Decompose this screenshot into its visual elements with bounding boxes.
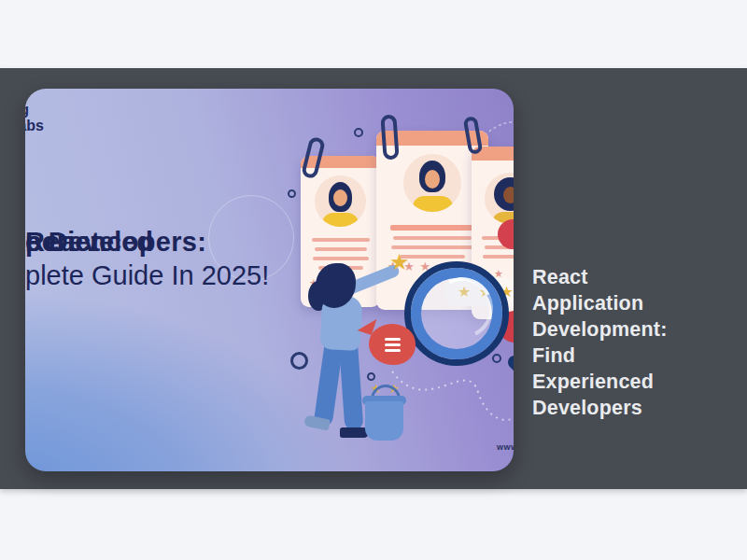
brand-logo-fragment: g labs [25,102,29,133]
candidate-avatar [403,154,461,212]
post-title-link[interactable]: React Application Development: Find Expe… [532,264,700,421]
candidate-avatar [485,173,514,224]
website-url-fragment: www. [497,442,514,452]
headline-line1-bold: React [25,225,101,259]
magnifier-icon [404,261,509,366]
banner-headline: perienced React e Developers: plete Guid… [25,225,269,292]
decorative-dot [288,189,296,198]
logo-line2: labs [25,118,29,133]
decorative-dot [290,352,308,370]
blog-banner-thumbnail[interactable]: g labs perienced React e Developers: ple… [25,89,514,471]
paperclip-icon [380,114,399,160]
held-star-icon: ★ [389,249,410,275]
bucket-icon [365,401,403,441]
speech-bubble-icon [369,324,416,365]
decorative-dot [354,128,363,137]
decorative-dot [367,372,375,381]
hero-section: g labs perienced React e Developers: ple… [0,68,747,489]
logo-line1: g [25,102,29,118]
headline-line3: plete Guide In 2025! [25,259,269,292]
decorative-dot [492,354,501,363]
candidate-avatar [315,175,366,227]
